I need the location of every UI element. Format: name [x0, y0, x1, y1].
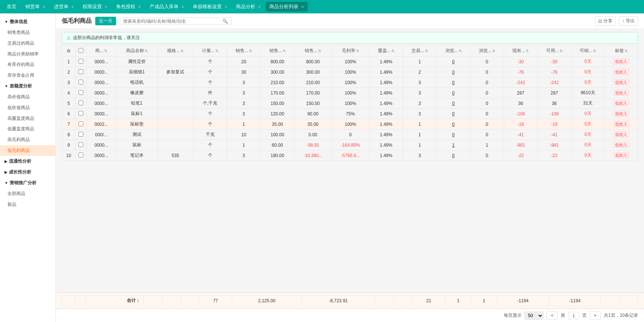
sidebar-group-margin[interactable]: ▼ 差额度分析: [0, 81, 55, 92]
select-all-checkbox[interactable]: [79, 48, 83, 53]
th-view2[interactable]: 浏览...⇅: [470, 45, 504, 57]
row-checkbox[interactable]: [79, 101, 83, 105]
row-checkbox[interactable]: [79, 111, 83, 116]
cell-gross-margin: -5766.6...: [331, 150, 369, 161]
th-gross-margin[interactable]: 毛利率⇅: [331, 45, 369, 57]
sidebar-item-high-coverage[interactable]: 高覆盖度商品: [0, 113, 55, 124]
prev-page-button[interactable]: ＜: [547, 311, 558, 320]
sidebar-item-high-profit[interactable]: 高毛利商品: [0, 134, 55, 145]
cell-sales-price: 170.00: [260, 88, 294, 98]
filter-button[interactable]: 近一月: [95, 17, 116, 25]
row-checkbox[interactable]: [79, 142, 83, 147]
row-checkbox[interactable]: [79, 59, 83, 64]
view1-link[interactable]: 0: [452, 132, 455, 137]
close-product-entry-icon[interactable]: ×: [182, 4, 184, 9]
sidebar-item-in-stock[interactable]: 有库存的商品: [0, 59, 55, 70]
sidebar-item-all-goods[interactable]: 全部商品: [0, 188, 55, 199]
close-product-analysis-list-icon[interactable]: ×: [301, 4, 304, 9]
sidebar-item-sales-goods[interactable]: 销售类商品: [0, 27, 55, 38]
view1-link[interactable]: 0: [452, 111, 455, 117]
per-page-select[interactable]: 50 100 200: [525, 312, 544, 320]
row-checkbox[interactable]: [79, 121, 83, 126]
view1-link[interactable]: 0: [452, 80, 455, 85]
table-area[interactable]: ⚙ 商...⇅ 商品名称⇅ 规格...⇅ 计量...⇅ 销售...⇅ 销售...…: [56, 45, 644, 292]
row-checkbox[interactable]: [79, 132, 83, 137]
total-current: -1194: [497, 296, 549, 306]
row-checkbox[interactable]: [79, 80, 83, 85]
sidebar-item-category-rate[interactable]: 商品分类助销率: [0, 49, 55, 60]
close-purchase-icon[interactable]: ×: [71, 4, 74, 9]
sidebar-item-stock-capital[interactable]: 库存资金占用: [0, 70, 55, 81]
th-spec[interactable]: 规格...⇅: [157, 45, 193, 57]
close-role-icon[interactable]: ×: [138, 4, 141, 9]
share-button[interactable]: ⊡ 分享: [595, 16, 616, 26]
th-code[interactable]: 商...⇅: [87, 45, 116, 57]
th-sales-qty[interactable]: 销售...⇅: [227, 45, 260, 57]
th-current[interactable]: 现有...⇅: [504, 45, 537, 57]
view1-link[interactable]: 1: [452, 143, 455, 148]
total-row: 合计： 77 2,125.00 -8,723.91 21 1 1 -1194: [56, 292, 644, 309]
cell-spec: [157, 109, 193, 119]
view1-link[interactable]: 0: [452, 101, 455, 106]
sidebar-item-high-value[interactable]: 高价值商品: [0, 92, 55, 102]
view1-link[interactable]: 0: [452, 70, 455, 75]
nav-product-analysis[interactable]: 商品分析 ×: [232, 2, 264, 12]
sidebar: ▼ 整体信息 销售类商品 交易过的商品 商品分类助销率 有库存的商品 库存资金占…: [0, 13, 56, 322]
th-transaction[interactable]: 交易...⇅: [403, 45, 436, 57]
view1-link[interactable]: 0: [452, 59, 455, 64]
sidebar-item-new-goods[interactable]: 新品: [0, 199, 55, 210]
cell-name: 鼠标垫: [116, 119, 157, 130]
th-coverage[interactable]: 覆盖...⇅: [369, 45, 403, 57]
view1-link[interactable]: 0: [452, 153, 455, 158]
th-sellable[interactable]: 可销...⇅: [571, 45, 605, 57]
cell-code: 0000...: [87, 88, 116, 98]
nav-product-analysis-list[interactable]: 商品分析列表 ×: [266, 2, 307, 12]
view1-link[interactable]: 0: [452, 90, 455, 96]
export-label: 导出: [626, 18, 635, 24]
close-permission-icon[interactable]: ×: [105, 4, 107, 9]
nav-purchase[interactable]: 进货单 ×: [50, 2, 77, 12]
row-checkbox[interactable]: [79, 90, 83, 95]
nav-home[interactable]: 首页: [3, 2, 20, 12]
next-page-button[interactable]: ＞: [590, 311, 601, 320]
tag-badge: 低收入: [613, 100, 629, 106]
th-tag[interactable]: 标签⇅: [605, 45, 638, 57]
cell-tag: 低收入: [605, 67, 638, 77]
cell-index: 4: [62, 88, 76, 98]
cell-current: -30: [504, 57, 537, 67]
row-checkbox[interactable]: [79, 69, 83, 74]
th-view1[interactable]: 浏览...⇅: [436, 45, 470, 57]
th-sales-price[interactable]: 销售...⇅: [260, 45, 294, 57]
nav-role[interactable]: 角色授权 ×: [112, 2, 144, 12]
th-name[interactable]: 商品名称⇅: [116, 45, 157, 57]
cell-current: 36: [504, 98, 537, 109]
nav-product-entry[interactable]: 产成品入库单 ×: [146, 2, 188, 12]
sidebar-item-low-profit[interactable]: 低毛利商品: [0, 145, 55, 156]
sidebar-group-marketing[interactable]: ▼ 营销推广分析: [0, 178, 55, 188]
close-template-icon[interactable]: ×: [225, 4, 227, 9]
search-icon[interactable]: 🔍: [222, 19, 228, 24]
th-sales-profit[interactable]: 销售...⇅: [294, 45, 331, 57]
settings-icon[interactable]: ⚙: [67, 48, 71, 54]
close-product-analysis-icon[interactable]: ×: [258, 4, 260, 9]
close-sales-icon[interactable]: ×: [43, 4, 45, 9]
nav-template[interactable]: 单据模板设置 ×: [189, 2, 231, 12]
sidebar-item-low-value[interactable]: 低价值商品: [0, 102, 55, 113]
cell-view2: 0: [470, 119, 504, 130]
view1-link[interactable]: 0: [452, 122, 455, 127]
row-checkbox[interactable]: [79, 153, 83, 157]
th-unit[interactable]: 计量...⇅: [193, 45, 227, 57]
sidebar-item-traded-goods[interactable]: 交易过的商品: [0, 38, 55, 49]
sidebar-group-overall[interactable]: ▼ 整体信息: [0, 16, 55, 27]
th-available[interactable]: 可用...⇅: [538, 45, 571, 57]
nav-sales[interactable]: 销货单 ×: [22, 2, 49, 12]
sidebar-item-low-coverage[interactable]: 低覆盖度商品: [0, 124, 55, 134]
export-button[interactable]: ↑ 导出: [619, 16, 638, 26]
cell-sales-price: 120.00: [260, 109, 294, 119]
sidebar-group-circulation[interactable]: ▶ 流通性分析: [0, 156, 55, 167]
cell-sales-profit: -10,380...: [294, 150, 331, 161]
nav-permission[interactable]: 权限设置 ×: [79, 2, 111, 12]
sidebar-group-growth[interactable]: ▶ 成长性分析: [0, 167, 55, 178]
search-input[interactable]: [123, 19, 221, 24]
cell-view1: 0: [436, 98, 470, 109]
